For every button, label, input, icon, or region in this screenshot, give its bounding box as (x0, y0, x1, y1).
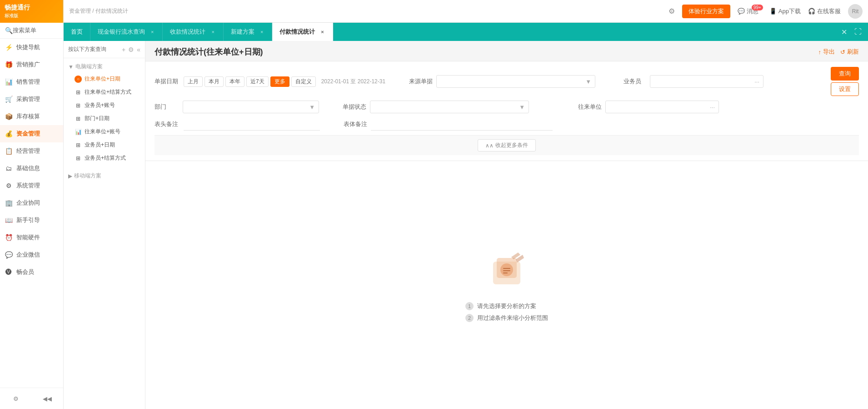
date-btn-more[interactable]: 更多 (270, 76, 289, 87)
scheme-panel-title: 按以下方案查询 (68, 45, 119, 53)
sidebar-logo: 畅捷通行 标准版 (0, 0, 63, 23)
sidebar-item-guide[interactable]: 📖 新手引导 (0, 212, 63, 229)
note-body-input[interactable] (371, 118, 553, 131)
empty-illustration (484, 248, 529, 295)
sidebar-item-wechat[interactable]: 💬 企业微信 (0, 246, 63, 263)
date-btn-custom[interactable]: 自定义 (291, 76, 316, 87)
scheme-item-partner-date[interactable]: ○ 往来单位+日期 (64, 72, 145, 86)
empty-tips: 1 请先选择要分析的方案 2 用过滤条件来缩小分析范围 (465, 302, 548, 322)
tip-num-1: 1 (465, 302, 474, 310)
scheme-section-desktop-title[interactable]: ▼ 电脑端方案 (64, 61, 145, 72)
sidebar-item-basic[interactable]: 🗂 基础信息 (0, 160, 63, 177)
filter-row-3: 表头备注 表体备注 (155, 118, 859, 131)
sidebar-item-enterprise[interactable]: 🏢 企业协同 (0, 194, 63, 212)
finance-icon: 💰 (5, 130, 13, 138)
tip-text-2: 用过滤条件来缩小分析范围 (477, 314, 548, 322)
app-download-btn[interactable]: 📱 App下载 (769, 7, 801, 15)
logo-sub: 标准版 (5, 13, 30, 19)
topbar-settings-icon[interactable]: ⚙ (668, 7, 675, 15)
scheme-item-partner-account[interactable]: 📊 往来单位+账号 (64, 125, 145, 138)
sidebar-settings-btn[interactable]: ⚙ (9, 392, 23, 405)
sidebar-item-inventory[interactable]: 📦 库存核算 (0, 108, 63, 125)
sidebar-collapse-btn[interactable]: ◀◀ (40, 392, 54, 405)
date-btn-7days[interactable]: 近7天 (246, 76, 269, 87)
sidebar-item-finance[interactable]: 💰 资金管理 (0, 125, 63, 142)
add-scheme-btn[interactable]: + (122, 46, 125, 53)
partner-filter: 往来单位 ··· (578, 101, 799, 113)
scheme-item-partner-settlement[interactable]: ⊞ 往来单位+结算方式 (64, 86, 145, 99)
refresh-btn[interactable]: ↺ 刷新 (840, 48, 859, 56)
page-header: 付款情况统计(往来单位+日期) ↑ 导出 ↺ 刷新 (145, 41, 868, 61)
staff-select[interactable]: ··· (650, 75, 763, 88)
scheme-item-staff-settlement[interactable]: ⊞ 业务员+结算方式 (64, 151, 145, 165)
scheme-collapse-icon[interactable]: « (137, 46, 140, 53)
sidebar-item-system[interactable]: ⚙ 系统管理 (0, 177, 63, 194)
tab-expand-icon[interactable]: ⛶ (853, 26, 863, 38)
tip-num-2: 2 (465, 314, 474, 322)
content-area: 按以下方案查询 + ⚙ « ▼ 电脑端方案 ○ 往来单位+日期 ⊞ 往来单位+结… (64, 41, 868, 409)
source-select[interactable]: ▼ (436, 75, 595, 88)
sidebar-item-hardware[interactable]: ⏰ 智能硬件 (0, 229, 63, 246)
note-body-filter: 表体备注 (344, 118, 859, 131)
wechat-icon: 💬 (5, 251, 13, 259)
staff-select-arrow: ··· (754, 78, 759, 85)
sidebar-item-sales[interactable]: 📊 销售管理 (0, 73, 63, 91)
collapse-more-btn[interactable]: ∧∧ 收起更多条件 (478, 139, 536, 151)
svg-rect-4 (503, 270, 510, 271)
svg-rect-3 (503, 268, 510, 269)
scheme-item-dept-date[interactable]: ⊞ 部门+日期 (64, 112, 145, 125)
online-service-btn[interactable]: 🎧 在线客服 (808, 7, 841, 15)
page-header-actions: ↑ 导出 ↺ 刷新 (818, 48, 859, 56)
sidebar-item-operation[interactable]: 📋 经营管理 (0, 142, 63, 160)
note-header-input[interactable] (184, 118, 320, 131)
scheme-item-staff-account[interactable]: ⊞ 业务员+账号 (64, 99, 145, 112)
tab-new-scheme[interactable]: 新建方案 × (224, 23, 272, 41)
user-avatar[interactable]: Rit (848, 4, 863, 19)
svg-rect-5 (503, 273, 508, 273)
tabbar: 首页 现金银行流水查询 × 收款情况统计 × 新建方案 × 付款情况统计 × ✕… (64, 23, 868, 41)
sidebar-item-search[interactable]: 🔍 搜索菜单 (0, 23, 63, 39)
sidebar-item-quick-nav[interactable]: ⚡ 快捷导航 (0, 39, 63, 56)
right-content: 付款情况统计(往来单位+日期) ↑ 导出 ↺ 刷新 单据日期 (145, 41, 868, 409)
tab-receipt-stats[interactable]: 收款情况统计 × (163, 23, 223, 41)
partner-select[interactable]: ··· (605, 101, 719, 113)
date-btn-this-month[interactable]: 本月 (205, 76, 224, 87)
tab-payment-stats-close[interactable]: × (319, 29, 325, 35)
purchase-icon: 🛒 (5, 95, 13, 103)
source-label: 来源单据 (409, 77, 433, 86)
quick-nav-icon: ⚡ (5, 43, 13, 51)
sidebar-item-member[interactable]: 🅥 畅会员 (0, 263, 63, 281)
messages-btn[interactable]: 💬 消息 99+ (738, 7, 758, 15)
scheme-item-staff-date[interactable]: ⊞ 业务员+日期 (64, 138, 145, 151)
dept-select[interactable]: ▼ (183, 101, 319, 113)
scheme-staff-date-icon: ⊞ (75, 141, 82, 149)
tab-bank-flow-close[interactable]: × (150, 29, 155, 35)
tab-new-scheme-close[interactable]: × (259, 29, 264, 35)
sidebar-item-purchase[interactable]: 🛒 采购管理 (0, 91, 63, 108)
breadcrumb: 资金管理 / 付款情况统计 (69, 7, 664, 15)
tab-payment-stats[interactable]: 付款情况统计 × (272, 23, 333, 41)
sidebar-bottom: ⚙ ◀◀ (0, 388, 63, 409)
tab-home[interactable]: 首页 (64, 23, 90, 41)
tab-receipt-stats-close[interactable]: × (210, 29, 215, 35)
tab-close-all-icon[interactable]: ✕ (839, 26, 849, 38)
scheme-panel: 按以下方案查询 + ⚙ « ▼ 电脑端方案 ○ 往来单位+日期 ⊞ 往来单位+结… (64, 41, 145, 409)
scheme-section-desktop: ▼ 电脑端方案 ○ 往来单位+日期 ⊞ 往来单位+结算方式 ⊞ 业务员+账号 ⊞ (64, 58, 145, 167)
scheme-settings-icon[interactable]: ⚙ (128, 46, 134, 53)
query-btn[interactable]: 查询 (831, 67, 859, 81)
tab-bank-flow[interactable]: 现金银行流水查询 × (90, 23, 163, 41)
doc-status-select[interactable]: ▼ (370, 101, 529, 113)
source-select-arrow: ▼ (585, 78, 591, 85)
scheme-section-mobile-title[interactable]: ▶ 移动端方案 (64, 170, 145, 182)
trial-btn[interactable]: 体验行业方案 (682, 5, 730, 18)
filter-settings-btn[interactable]: 设置 (831, 82, 859, 96)
date-btn-last-month[interactable]: 上月 (184, 76, 203, 87)
date-btn-this-year[interactable]: 本年 (225, 76, 244, 87)
operation-icon: 📋 (5, 147, 13, 155)
sidebar-item-marketing[interactable]: 🎁 营销推广 (0, 56, 63, 73)
guide-icon: 📖 (5, 216, 13, 224)
page-title: 付款情况统计(往来单位+日期) (155, 46, 263, 57)
export-btn[interactable]: ↑ 导出 (818, 48, 835, 56)
partner-label: 往来单位 (578, 103, 602, 111)
message-icon: 💬 (738, 8, 745, 15)
